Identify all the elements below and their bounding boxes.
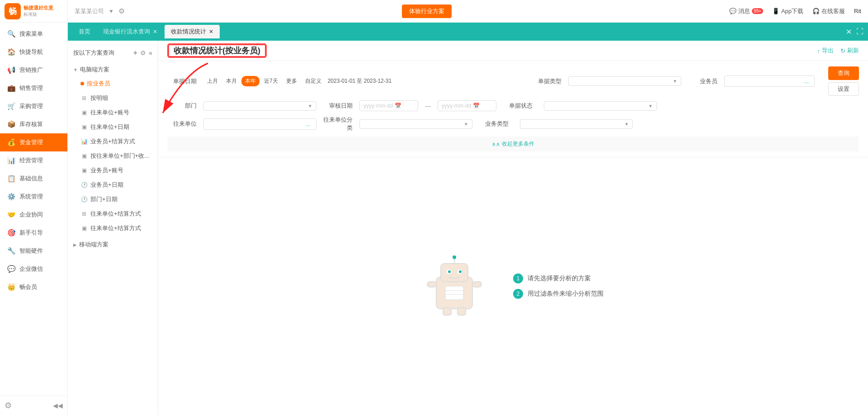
dept-select[interactable]: ▼ [203, 101, 316, 111]
scheme-settings-icon[interactable]: ⚙ [140, 49, 146, 57]
date-tab-this-year[interactable]: 本年 [241, 76, 259, 86]
sidebar-item-quick-nav[interactable]: 🏠 快捷导航 [0, 43, 67, 61]
doc-type-select[interactable]: ▼ [568, 76, 681, 86]
active-scheme-icon [80, 82, 87, 85]
page-title-box: 收款情况统计(按业务员) [167, 44, 267, 57]
sidebar-item-enterprise[interactable]: 🤝 企业协同 [0, 206, 67, 224]
date-tab-this-month[interactable]: 本月 [222, 76, 241, 86]
message-area[interactable]: 💬 消息 99+ [729, 7, 763, 15]
collapse-bar[interactable]: ∧∧ 收起更多条件 [167, 137, 859, 151]
date-tab-last-7-days[interactable]: 近7天 [260, 76, 282, 86]
enterprise-icon: 🤝 [7, 210, 16, 219]
online-service-area[interactable]: 🎧 在线客服 [812, 7, 845, 15]
step-2-num: 2 [513, 289, 523, 299]
query-btn[interactable]: 查询 [828, 66, 859, 80]
maximize-btn[interactable]: ⛶ [856, 28, 863, 36]
logo-icon: 畅 [5, 3, 21, 19]
mobile-section-title[interactable]: ▶ 移动端方案 [68, 238, 158, 251]
page-actions: ↑ 导出 ↻ 刷新 [817, 47, 859, 55]
scheme-item-salesperson-account[interactable]: ▣ 业务员+账号 [68, 163, 158, 178]
date-tab-prev-month[interactable]: 上月 [203, 76, 222, 86]
biz-type-select[interactable]: ▼ [520, 119, 633, 129]
sidebar-item-wechat[interactable]: 💬 企业微信 [0, 260, 67, 278]
biz-type-chevron: ▼ [624, 122, 629, 127]
scheme-item-label: 按往来单位+部门+收... [90, 152, 149, 160]
sidebar-item-smart-hw[interactable]: 🔧 智能硬件 [0, 242, 67, 260]
date-tab-custom[interactable]: 自定义 [302, 76, 325, 86]
scheme-item-unit-date[interactable]: ▣ 往来单位+日期 [68, 120, 158, 134]
topbar-right: 💬 消息 99+ 📱 App下载 🎧 在线客服 Rit [729, 7, 861, 15]
home-icon: 🏠 [7, 47, 16, 57]
svg-rect-10 [443, 308, 451, 315]
scheme-item-unit-account[interactable]: ▣ 往来单位+账号 [68, 105, 158, 120]
filter-row-1: 单据日期 上月 本月 本年 近7天 更多 自定义 2023-01-01 至 20… [167, 66, 859, 96]
add-scheme-btn[interactable]: + [133, 49, 137, 57]
sidebar-item-member[interactable]: 👑 畅会员 [0, 278, 67, 296]
doc-status-select[interactable]: ▼ [544, 101, 657, 111]
search-icon: 🔍 [7, 29, 16, 38]
smart-hw-icon: 🔧 [7, 246, 16, 255]
collapse-panel-icon[interactable]: « [149, 49, 152, 57]
scheme-item-salesperson-date[interactable]: 🕐 业务员+日期 [68, 178, 158, 192]
scheme-item-by-salesperson[interactable]: 按业务员 [68, 76, 158, 91]
sidebar-item-system[interactable]: ⚙️ 系统管理 [0, 188, 67, 206]
tab-bank-flow-close[interactable]: ✕ [153, 28, 157, 35]
sidebar-item-purchase[interactable]: 🛒 采购管理 [0, 97, 67, 115]
page-content: 按以下方案查询 + ⚙ « ▼ 电脑端方案 按业务员 [68, 41, 868, 415]
breadcrumb-dropdown-icon[interactable]: ▼ [108, 8, 114, 14]
counterpart-select[interactable]: ... [203, 118, 316, 130]
right-content: 收款情况统计(按业务员) ↑ 导出 ↻ 刷新 单据日期 [158, 41, 868, 415]
salesperson-select[interactable]: ... [724, 75, 815, 87]
filter-settings-btn[interactable]: 设置 [828, 82, 859, 96]
review-date-end[interactable]: yyyy-mm-dd 📅 [438, 100, 496, 111]
scheme-item-dept-date[interactable]: 🕐 部门+日期 [68, 192, 158, 207]
sidebar-item-operations[interactable]: 📊 经营管理 [0, 151, 67, 170]
desktop-section-title[interactable]: ▼ 电脑端方案 [68, 63, 158, 76]
svg-point-6 [448, 270, 451, 273]
date-tab-more[interactable]: 更多 [283, 76, 301, 86]
counterpart-cat-chevron: ▼ [464, 122, 468, 127]
export-btn[interactable]: ↑ 导出 [817, 47, 834, 55]
scheme-item-unit-dept-collect[interactable]: ▣ 按往来单位+部门+收... [68, 149, 158, 163]
scheme-item-label: 往来单位+账号 [90, 108, 129, 117]
step-1-text: 请先选择要分析的方案 [528, 274, 591, 283]
left-panel-header: 按以下方案查询 + ⚙ « [68, 45, 158, 61]
sidebar-item-label: 智能硬件 [19, 247, 43, 255]
scheme-item-unit-settle1[interactable]: ⊞ 往来单位+结算方式 [68, 207, 158, 221]
trial-btn[interactable]: 体验行业方案 [402, 5, 452, 18]
doc-status-label: 单据状态 [503, 102, 533, 110]
topbar-left: 某某某公司 ▼ ⚙ [75, 7, 125, 15]
counterpart-more-btn[interactable]: ... [306, 121, 311, 127]
tabbar-actions: ✕ ⛶ [846, 28, 863, 36]
calendar-start-icon[interactable]: 📅 [395, 103, 401, 109]
tab-home[interactable]: 首页 [72, 25, 97, 38]
sidebar-item-marketing[interactable]: 📢 营销推广 [0, 61, 67, 79]
logo-text: 畅捷通好生意 标准版 [24, 5, 53, 18]
scheme-item-salesperson-settle[interactable]: 📊 业务员+结算方式 [68, 134, 158, 149]
sidebar-item-newbie[interactable]: 🎯 新手引导 [0, 224, 67, 242]
main-area: 某某某公司 ▼ ⚙ 体验行业方案 💬 消息 99+ 📱 App下载 🎧 在线客服… [68, 0, 868, 415]
counterpart-cat-select[interactable]: ▼ [359, 119, 472, 129]
sidebar-item-inventory[interactable]: 📦 库存核算 [0, 115, 67, 133]
sidebar-item-base-info[interactable]: 📋 基础信息 [0, 170, 67, 188]
refresh-btn[interactable]: ↻ 刷新 [840, 47, 859, 55]
tab-bank-flow[interactable]: 现金银行流水查询 ✕ [97, 25, 164, 38]
tab-collection-stats-close[interactable]: ✕ [209, 28, 213, 35]
refresh-label: 刷新 [847, 47, 859, 55]
topbar-settings-icon[interactable]: ⚙ [118, 7, 125, 15]
calendar-end-icon[interactable]: 📅 [473, 103, 480, 109]
review-date-start[interactable]: yyyy-mm-dd 📅 [359, 100, 418, 111]
sidebar-settings-icon[interactable]: ⚙ [5, 401, 12, 410]
sidebar-item-sales[interactable]: 💼 销售管理 [0, 79, 67, 97]
close-all-tabs-btn[interactable]: ✕ [846, 28, 852, 36]
export-icon: ↑ [817, 47, 821, 54]
scheme-item-by-detail[interactable]: ⊞ 按明细 [68, 91, 158, 105]
sidebar-item-finance[interactable]: 💰 资金管理 [0, 133, 67, 151]
salesperson-more-btn[interactable]: ... [804, 78, 809, 85]
sidebar-collapse-icon[interactable]: ◀◀ [53, 402, 63, 409]
user-area[interactable]: Rit [854, 8, 861, 14]
scheme-item-unit-settle2[interactable]: ▣ 往来单位+结算方式 [68, 221, 158, 236]
tab-collection-stats[interactable]: 收款情况统计 ✕ [165, 25, 220, 38]
app-download-area[interactable]: 📱 App下载 [772, 7, 803, 15]
sidebar-item-search[interactable]: 🔍 搜索菜单 [0, 25, 67, 43]
